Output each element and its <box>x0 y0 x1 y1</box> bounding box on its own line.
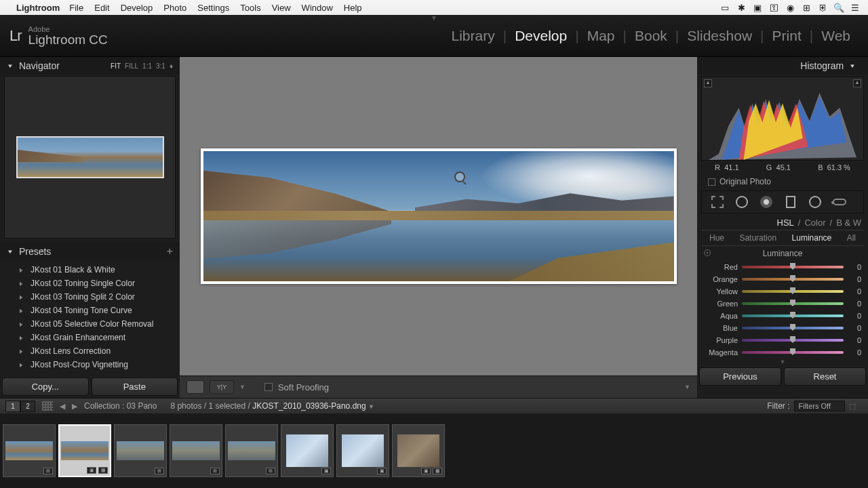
radial-filter-tool[interactable] <box>806 193 824 211</box>
slider-value[interactable]: 0 <box>849 263 861 271</box>
panel-collapse-top[interactable]: ▼ <box>431 14 437 22</box>
zoom-fit[interactable]: FIT <box>111 62 121 70</box>
preset-item[interactable]: JKost 02 Toning Single Color <box>0 277 180 290</box>
original-photo-checkbox[interactable] <box>708 178 715 186</box>
menu-tools[interactable]: Tools <box>240 3 260 13</box>
preset-item[interactable]: JKost Grain Enhancement <box>0 331 180 344</box>
monitor-1[interactable]: 1 <box>5 401 20 412</box>
grid-view-icon[interactable] <box>42 401 53 411</box>
subtab-hue[interactable]: Hue <box>707 233 727 243</box>
clipping-shadows-icon[interactable] <box>704 79 712 87</box>
chevron-down-icon[interactable]: ▼ <box>368 403 374 410</box>
navigator-preview[interactable] <box>4 76 176 239</box>
filter-select[interactable]: Filters Off <box>794 401 845 411</box>
slider-track[interactable] <box>742 314 844 317</box>
add-preset-icon[interactable]: + <box>167 245 173 258</box>
tab-book[interactable]: Book <box>627 28 675 44</box>
preset-item[interactable]: JKost Post-Crop Vignetting <box>0 358 180 371</box>
navigator-thumb[interactable] <box>16 136 164 178</box>
slider-value[interactable]: 0 <box>849 287 861 296</box>
slider-track[interactable] <box>742 327 844 329</box>
slider-track[interactable] <box>742 290 844 293</box>
grid-icon[interactable]: ⊞ <box>800 3 812 13</box>
nav-back-icon[interactable]: ◀ <box>60 402 65 411</box>
slider-thumb[interactable] <box>790 312 795 319</box>
previous-button[interactable]: Previous <box>699 367 781 386</box>
preset-item[interactable]: JKost 03 Toning Split 2 Color <box>0 290 180 304</box>
tab-develop[interactable]: Develop <box>507 28 575 44</box>
bw-tab[interactable]: B & W <box>836 218 861 228</box>
menu-file[interactable]: File <box>69 3 83 13</box>
slider-thumb[interactable] <box>790 287 795 294</box>
filmstrip[interactable]: ⊞ ▦▣ ⊞ ⊞ ⊞ ▣ ▣ ▦▣ <box>0 413 868 488</box>
slider-track[interactable] <box>742 266 844 268</box>
filmstrip-thumb[interactable]: ▣ <box>336 424 389 477</box>
filmstrip-thumb[interactable]: ▦▣ <box>392 424 445 477</box>
preset-item[interactable]: JKost 05 Selective Color Removal <box>0 317 180 331</box>
monitor-2[interactable]: 2 <box>20 401 35 412</box>
eye-icon[interactable]: ◉ <box>784 3 796 13</box>
zoom-1-1[interactable]: 1:1 <box>142 62 152 70</box>
filmstrip-thumb[interactable]: ⊞ <box>170 424 222 477</box>
subtab-all[interactable]: All <box>844 233 859 243</box>
slider-track[interactable] <box>742 351 844 354</box>
tab-map[interactable]: Map <box>579 28 623 44</box>
nav-forward-icon[interactable]: ▶ <box>72 402 77 411</box>
zoom-fill[interactable]: FILL <box>125 62 138 70</box>
slider-value[interactable]: 0 <box>849 324 861 332</box>
tab-web[interactable]: Web <box>813 28 859 44</box>
targeted-adjustment-icon[interactable] <box>704 249 711 256</box>
histogram[interactable] <box>701 77 864 161</box>
graduated-filter-tool[interactable] <box>782 193 800 211</box>
camera-icon[interactable]: ▣ <box>751 3 764 13</box>
clipping-highlights-icon[interactable] <box>853 79 861 87</box>
slider-thumb[interactable] <box>790 275 795 282</box>
filmstrip-thumb[interactable]: ⊞ <box>225 424 278 477</box>
preset-item[interactable]: JKost 01 Black & White <box>0 263 180 277</box>
subtab-saturation[interactable]: Saturation <box>736 233 779 243</box>
slider-value[interactable]: 0 <box>849 336 861 344</box>
menu-help[interactable]: Help <box>344 3 362 13</box>
toolbar-menu-icon[interactable]: ▼ <box>684 384 690 390</box>
shield-icon[interactable]: ⛨ <box>816 3 829 13</box>
menu-develop[interactable]: Develop <box>121 3 153 13</box>
filename-label[interactable]: JKOST_2010_03936-Pano.dng <box>252 401 366 411</box>
menubar-app-name[interactable]: Lightroom <box>16 3 60 13</box>
slider-track[interactable] <box>742 278 844 281</box>
slider-value[interactable]: 0 <box>849 312 861 320</box>
filmstrip-thumb[interactable]: ⊞ <box>3 424 56 477</box>
soft-proofing-checkbox[interactable] <box>264 383 273 391</box>
crop-tool[interactable] <box>709 193 726 211</box>
slider-track[interactable] <box>742 339 844 342</box>
tab-library[interactable]: Library <box>443 28 502 44</box>
histogram-header[interactable]: Histogram ▼ <box>697 57 868 75</box>
loupe-view-button[interactable] <box>186 380 204 394</box>
before-after-button[interactable]: Y|Y <box>210 380 234 394</box>
slider-thumb[interactable] <box>790 336 795 343</box>
slider-track[interactable] <box>742 302 844 305</box>
filmstrip-thumb[interactable]: ▣ <box>281 424 334 477</box>
adjustment-brush-tool[interactable] <box>831 193 848 211</box>
evernote-icon[interactable]: ✱ <box>735 3 747 13</box>
spot-removal-tool[interactable] <box>733 193 751 211</box>
filmstrip-thumb[interactable]: ▦▣ <box>58 424 111 477</box>
slider-thumb[interactable] <box>790 348 795 355</box>
menu-edit[interactable]: Edit <box>94 3 109 13</box>
filter-lock-icon[interactable]: ⬚ <box>849 402 856 411</box>
preset-item[interactable]: JKost Lens Correction <box>0 344 180 358</box>
slider-value[interactable]: 0 <box>849 275 861 283</box>
navigator-header[interactable]: ▼ Navigator FIT FILL 1:1 3:1 ♦ <box>0 57 180 75</box>
display-icon[interactable]: ▭ <box>719 3 731 13</box>
tab-slideshow[interactable]: Slideshow <box>679 28 760 44</box>
presets-header[interactable]: ▼ Presets + <box>0 243 180 260</box>
search-icon[interactable]: 🔍 <box>833 3 845 13</box>
slider-thumb[interactable] <box>790 300 795 306</box>
slider-thumb[interactable] <box>790 263 795 270</box>
main-photo[interactable] <box>201 148 677 284</box>
zoom-stepper-icon[interactable]: ♦ <box>170 62 173 70</box>
tab-print[interactable]: Print <box>764 28 810 44</box>
hsl-tab[interactable]: HSL <box>777 218 794 228</box>
preset-item[interactable]: JKost 04 Toning Tone Curve <box>0 304 180 317</box>
image-canvas[interactable] <box>180 57 697 375</box>
zoom-3-1[interactable]: 3:1 <box>156 62 165 70</box>
